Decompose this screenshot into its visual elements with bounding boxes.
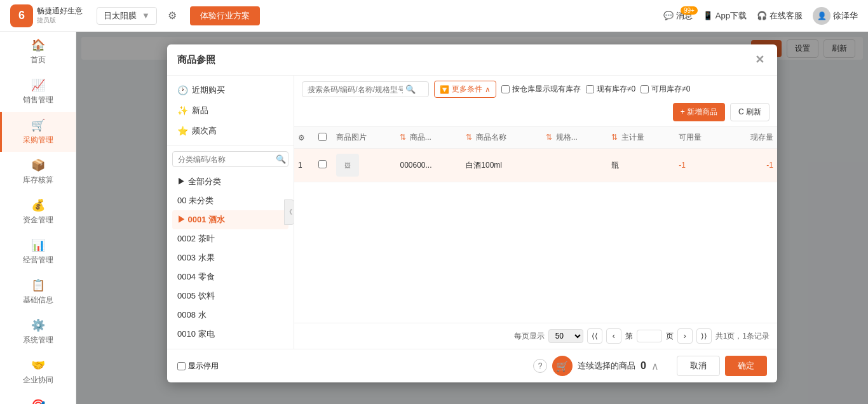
category-search-icon[interactable]: 🔍 xyxy=(276,154,286,164)
sidebar-item-finance[interactable]: 💰 资金管理 xyxy=(0,192,76,232)
col-settings[interactable]: ⚙ xyxy=(294,127,315,149)
product-search-input[interactable] xyxy=(308,85,403,94)
sort-name-icon: ⇅ xyxy=(466,133,472,142)
page-first-btn[interactable]: ⟨⟨ xyxy=(587,328,602,344)
sort-code-icon: ⇅ xyxy=(400,133,406,142)
modal-close-icon[interactable]: ✕ xyxy=(752,52,767,67)
logo-text: 畅捷通好生意 xyxy=(37,6,83,17)
sidebar-item-operations[interactable]: 📊 经营管理 xyxy=(0,232,76,272)
category-0004[interactable]: 0004 零食 xyxy=(172,267,288,286)
modal-left-panel: 🕐 近期购买 ✨ 新品 ⭐ 频次高 《 xyxy=(167,76,294,349)
checkbox-usable-label[interactable]: 可用库存≠0 xyxy=(641,84,690,95)
sidebar-item-sales[interactable]: 📈 销售管理 xyxy=(0,72,76,112)
tab-new-products[interactable]: ✨ 新品 xyxy=(172,101,288,120)
enterprise-icon: 🤝 xyxy=(31,358,45,372)
tab-recent-purchase[interactable]: 🕐 近期购买 xyxy=(172,81,288,100)
table-row[interactable]: 1 🖼 xyxy=(294,149,777,182)
modal-overlay: 商品参照 ✕ 🕐 近期购买 ✨ 新 xyxy=(76,32,868,404)
filter-button[interactable]: 🔽 更多条件 ∧ xyxy=(434,81,496,98)
cancel-button[interactable]: 取消 xyxy=(677,356,720,376)
row-checkbox-cell xyxy=(315,149,332,182)
recent-icon: 🕐 xyxy=(177,85,188,95)
category-0002[interactable]: 0002 茶叶 xyxy=(172,229,288,248)
sort-spec-icon: ⇅ xyxy=(546,133,552,142)
page-number-input[interactable]: 1 xyxy=(637,330,662,342)
row-checkbox[interactable] xyxy=(318,160,327,168)
logo-area: 6 畅捷通好生意 捷员版 xyxy=(10,4,86,27)
help-icon[interactable]: ? xyxy=(533,359,547,373)
col-unit[interactable]: ⇅ 主计量 xyxy=(607,127,675,149)
cart-icon[interactable]: 🛒 xyxy=(552,356,573,376)
sidebar-item-home[interactable]: 🏠 首页 xyxy=(0,32,76,72)
category-search-input[interactable] xyxy=(178,155,273,164)
footer-cart-area: ? 🛒 连续选择的商品 0 ∧ xyxy=(533,356,659,376)
nav-right: 💬 消息 99+ 📱 App下载 🎧 在线客服 👤 徐泽华 xyxy=(663,7,858,25)
checkbox-warehouse[interactable] xyxy=(501,85,510,93)
checkbox-avail[interactable] xyxy=(586,85,594,93)
show-disabled-checkbox[interactable] xyxy=(177,362,186,370)
product-search-icon[interactable]: 🔍 xyxy=(405,84,416,94)
sidebar-item-system[interactable]: ⚙️ 系统管理 xyxy=(0,312,76,352)
dropdown-arrow-icon: ▼ xyxy=(142,11,150,20)
category-0005[interactable]: 0005 饮料 xyxy=(172,286,288,306)
show-disabled-label[interactable]: 显示停用 xyxy=(177,361,219,372)
col-code[interactable]: ⇅ 商品... xyxy=(396,127,462,149)
star-icon: ⭐ xyxy=(177,126,188,136)
page-last-btn[interactable]: ⟩⟩ xyxy=(696,328,712,344)
checkbox-avail-label[interactable]: 现有库存≠0 xyxy=(586,84,635,95)
modal-left-tabs: 🕐 近期购买 ✨ 新品 ⭐ 频次高 xyxy=(167,76,294,146)
add-product-button[interactable]: + 新增商品 xyxy=(673,103,725,121)
operations-icon: 📊 xyxy=(31,238,45,252)
page-label: 第 xyxy=(625,331,633,342)
checkbox-warehouse-label[interactable]: 按仓库显示现有库存 xyxy=(501,84,581,95)
col-name[interactable]: ⇅ 商品名称 xyxy=(462,127,542,149)
page-size-select[interactable]: 50 10 20 100 xyxy=(548,329,583,343)
category-0010[interactable]: 0010 家电 xyxy=(172,325,288,344)
cart-label: 连续选择的商品 xyxy=(578,360,635,372)
settings-icon[interactable]: ⚙ xyxy=(162,6,182,26)
category-all[interactable]: ▶ 全部分类 xyxy=(172,172,288,191)
inventory-icon: 📦 xyxy=(31,158,45,172)
product-thumbnail: 🖼 xyxy=(336,154,359,177)
page-size-label: 每页显示 xyxy=(514,331,545,342)
page-prev-btn[interactable]: ‹ xyxy=(606,328,621,344)
mobile-icon: 📱 xyxy=(703,11,713,20)
category-0001[interactable]: ▶ 0001 酒水 xyxy=(172,210,288,229)
tab-high-frequency[interactable]: ⭐ 频次高 xyxy=(172,121,288,140)
sidebar-item-guide[interactable]: 🎯 新手引导 xyxy=(0,392,76,404)
table-settings-icon[interactable]: ⚙ xyxy=(298,133,305,142)
page-label2: 页 xyxy=(666,331,674,342)
modal-right-panel: 🔍 🔽 更多条件 ∧ 按仓库显示现有库存 xyxy=(294,76,777,349)
sidebar-item-enterprise[interactable]: 🤝 企业协同 xyxy=(0,352,76,392)
toolbar-right: + 新增商品 C 刷新 xyxy=(673,103,770,121)
collapse-cart-icon[interactable]: ∧ xyxy=(651,360,659,372)
modal-left-category: 🔍 ▶ 全部分类 00 未分类 ▶ 0001 酒水 xyxy=(167,146,294,349)
message-item[interactable]: 💬 消息 99+ xyxy=(663,10,693,22)
message-badge: 99+ xyxy=(681,6,698,15)
online-service-item[interactable]: 🎧 在线客服 xyxy=(757,10,803,22)
refresh-product-button[interactable]: C 刷新 xyxy=(730,103,770,121)
row-image-cell: 🖼 xyxy=(332,149,396,182)
nav-dropdown[interactable]: 日太阳膜 ▼ xyxy=(97,7,157,25)
select-all-checkbox[interactable] xyxy=(318,133,327,141)
sidebar-item-purchase[interactable]: 🛒 采购管理 xyxy=(0,112,76,152)
trial-btn[interactable]: 体验行业方案 xyxy=(190,6,260,25)
app-download-item[interactable]: 📱 App下载 xyxy=(703,10,747,22)
product-table-container: ⚙ 商品图片 xyxy=(294,127,777,323)
col-spec[interactable]: ⇅ 规格... xyxy=(542,127,607,149)
confirm-button[interactable]: 确定 xyxy=(725,356,767,376)
modal-toolbar: 🔍 🔽 更多条件 ∧ 按仓库显示现有库存 xyxy=(294,76,777,127)
collapse-left-btn[interactable]: 《 xyxy=(284,199,294,225)
category-0003[interactable]: 0003 水果 xyxy=(172,248,288,267)
user-item[interactable]: 👤 徐泽华 xyxy=(813,7,858,25)
category-0008[interactable]: 0008 水 xyxy=(172,306,288,325)
checkbox-usable[interactable] xyxy=(641,85,649,93)
sidebar-item-basic-info[interactable]: 📋 基础信息 xyxy=(0,272,76,312)
page-next-btn[interactable]: › xyxy=(677,328,693,344)
category-00[interactable]: 00 未分类 xyxy=(172,191,288,210)
filter-collapse-icon: ∧ xyxy=(485,85,491,94)
col-stock: 现存量 xyxy=(726,127,777,149)
main-content: 查询 设置 刷新 商品参照 ✕ 🕐 xyxy=(76,32,868,404)
finance-icon: 💰 xyxy=(31,198,45,212)
sidebar-item-inventory[interactable]: 📦 库存核算 xyxy=(0,152,76,192)
